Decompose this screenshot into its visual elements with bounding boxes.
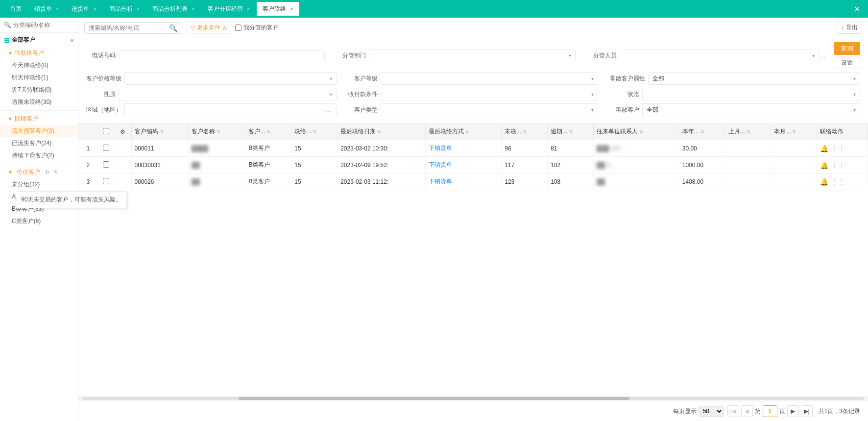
th-not-contacted[interactable]: 未联... ⇅ xyxy=(502,124,548,140)
dept-select[interactable]: ▾ xyxy=(369,50,575,62)
row-checkbox[interactable] xyxy=(103,145,109,151)
last-page-button[interactable]: ▶| xyxy=(801,405,813,417)
sidebar-item-c-class[interactable]: C类客户(6) xyxy=(0,215,78,227)
last-contact-method-link[interactable]: 下销货单 xyxy=(429,145,452,151)
th-unit-contact[interactable]: 往来单位联系人 ⇅ xyxy=(593,124,679,140)
area-select[interactable]: … xyxy=(124,103,337,116)
sidebar-item-ungrouped[interactable]: 未分组(32) xyxy=(0,178,78,191)
query-button[interactable]: 查询 xyxy=(834,42,860,55)
more-filter-button[interactable]: ▽ 更多条件 ∧ xyxy=(186,22,231,34)
customer-tier-select[interactable]: ▾ xyxy=(381,72,599,85)
sort-icon-7: ⇅ xyxy=(523,129,527,134)
my-customers-checkbox-wrap[interactable]: 我分管的客户 xyxy=(235,24,279,32)
th-overdue[interactable]: 逾期... ⇅ xyxy=(548,124,594,140)
row-checkbox[interactable] xyxy=(103,161,109,168)
payment-label: 收付款条件 xyxy=(348,90,378,99)
tab-customer-layering[interactable]: 客户分层经营 × xyxy=(202,2,256,16)
last-contact-method-link[interactable]: 下销货单 xyxy=(429,178,452,185)
filter-row-1: 电话号码 分管部门 ▾ 分管人员 ▾ … xyxy=(86,42,860,69)
sidebar-item-churned[interactable]: 已流失客户(24) xyxy=(0,137,78,149)
prev-page-button[interactable]: ◀ xyxy=(741,405,753,417)
contact-icon[interactable]: 🔔 xyxy=(820,161,828,169)
export-button[interactable]: ↑ 导出 xyxy=(837,22,862,34)
scrollbar-thumb[interactable] xyxy=(239,397,629,400)
price-tier-select[interactable]: ▾ xyxy=(124,72,337,85)
tab-purchase-order[interactable]: 进货单 × xyxy=(66,2,102,16)
tab-home[interactable]: 首页 xyxy=(4,2,27,16)
nature-select[interactable]: ▾ xyxy=(119,88,337,100)
cell-check[interactable] xyxy=(98,173,114,190)
sidebar-group-value[interactable]: ▼ 价值客户 ↻ ✎ xyxy=(0,166,78,178)
search-icon-btn[interactable]: 🔍 xyxy=(169,24,177,32)
sidebar-item-today[interactable]: 今天待联络(0) xyxy=(0,59,78,72)
row-checkbox[interactable] xyxy=(103,178,109,184)
collapse-icon[interactable]: « xyxy=(70,36,74,44)
cell-last-month xyxy=(725,140,771,157)
sidebar-group-review[interactable]: ▼ 回顾客户 xyxy=(0,113,78,125)
close-tab-product-analysis[interactable]: × xyxy=(137,6,140,12)
tab-product-analysis-list[interactable]: 商品分析列表 × xyxy=(146,2,200,16)
my-customers-checkbox[interactable] xyxy=(235,25,241,31)
manager-label: 分管人员 xyxy=(587,51,617,60)
th-this-month[interactable]: 本月... ⇅ xyxy=(771,124,817,140)
close-tab-customer-contact[interactable]: × xyxy=(290,6,293,12)
per-page-select[interactable]: 50 100 200 xyxy=(699,406,723,417)
sidebar-item-overdue[interactable]: 逾期未联络(30) xyxy=(0,96,78,108)
select-all-checkbox[interactable] xyxy=(103,128,109,134)
more-actions-icon[interactable]: ⋮⋮ xyxy=(831,161,845,169)
phone-input[interactable] xyxy=(119,50,325,61)
th-type[interactable]: 客户... ⇅ xyxy=(245,124,291,140)
last-contact-method-link[interactable]: 下销货单 xyxy=(429,161,452,168)
sidebar-item-declining[interactable]: 持续下滑客户(2) xyxy=(0,149,78,162)
more-actions-icon[interactable]: ⋮⋮ xyxy=(831,178,845,186)
close-tab-purchase-order[interactable]: × xyxy=(93,6,96,12)
horizontal-scrollbar[interactable] xyxy=(78,396,868,401)
search-input[interactable] xyxy=(89,25,167,31)
zero-retail-attr-select[interactable]: 全部 ▾ xyxy=(648,72,860,85)
tab-sales-order[interactable]: 销货单 × xyxy=(28,2,65,16)
payment-select[interactable]: ▾ xyxy=(381,88,599,100)
settings-button[interactable]: 设置 xyxy=(834,57,860,69)
cell-check[interactable] xyxy=(98,140,114,157)
th-last-contact-method[interactable]: 最后联络方式 ⇅ xyxy=(425,124,501,140)
more-icon-2[interactable]: … xyxy=(325,106,332,114)
cell-last-contact-method[interactable]: 下销货单 xyxy=(425,140,501,157)
customer-type-select[interactable]: ▾ xyxy=(381,103,599,116)
price-tier-label: 客户价格等级 xyxy=(86,74,121,83)
tab-customer-contact[interactable]: 客户联络 × xyxy=(257,2,299,16)
edit-icon[interactable]: ✎ xyxy=(53,169,58,175)
sidebar-search-input[interactable] xyxy=(13,22,78,28)
cell-last-contact-method[interactable]: 下销货单 xyxy=(425,173,501,190)
close-tab-product-analysis-list[interactable]: × xyxy=(192,6,194,12)
contact-icon[interactable]: 🔔 xyxy=(820,145,828,152)
sidebar-item-7days[interactable]: 近7天待联络(0) xyxy=(0,84,78,96)
contact-icon[interactable]: 🔔 xyxy=(820,178,828,186)
close-tab-customer-layering[interactable]: × xyxy=(247,6,250,12)
refresh-icon[interactable]: ↻ xyxy=(45,169,49,175)
th-last-contact-date[interactable]: 最后联络日期 ⇅ xyxy=(338,124,426,140)
cell-last-contact-method[interactable]: 下销货单 xyxy=(425,157,501,173)
window-close-button[interactable]: ✕ xyxy=(850,2,864,16)
close-tab-sales-order[interactable]: × xyxy=(56,6,59,12)
th-last-month[interactable]: 上月... ⇅ xyxy=(725,124,771,140)
status-select[interactable]: ▾ xyxy=(642,88,860,100)
th-name[interactable]: 客户名称 ⇅ xyxy=(188,124,245,140)
next-page-button[interactable]: ▶ xyxy=(787,405,799,417)
sidebar-item-tomorrow[interactable]: 明天待联络(1) xyxy=(0,72,78,84)
sidebar-group-pending[interactable]: ▼ 待联络客户 xyxy=(0,47,78,59)
tab-bar: 首页 销货单 × 进货单 × 商品分析 × 商品分析列表 × 客户分层经营 × … xyxy=(0,0,868,18)
th-settings[interactable]: ⚙ xyxy=(114,124,131,140)
th-this-year[interactable]: 本年... ⇅ xyxy=(679,124,725,140)
more-icon-1[interactable]: … xyxy=(819,52,826,60)
tab-product-analysis[interactable]: 商品分析 × xyxy=(103,2,145,16)
sidebar-item-churn-warning[interactable]: 流失预警客户(3) xyxy=(0,125,78,137)
th-contact[interactable]: 联络... ⇅ xyxy=(291,124,338,140)
all-customers-header[interactable]: ⊞ 全部客户 « xyxy=(0,33,78,47)
th-code[interactable]: 客户编码 ⇅ xyxy=(131,124,188,140)
manager-select[interactable]: ▾ xyxy=(620,50,819,62)
sort-icon-9: ⇅ xyxy=(639,129,643,134)
first-page-button[interactable]: |◀ xyxy=(727,405,739,417)
zero-retail-select[interactable]: 全部 ▾ xyxy=(642,103,860,116)
cell-check[interactable] xyxy=(98,157,114,173)
more-actions-icon[interactable]: ⋮⋮ xyxy=(831,145,845,152)
